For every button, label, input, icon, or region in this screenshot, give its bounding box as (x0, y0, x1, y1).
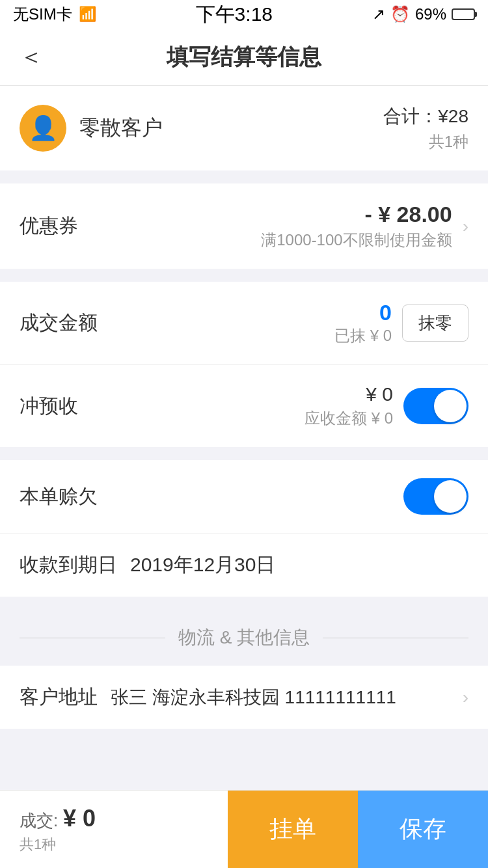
nav-bar: ＜ 填写结算等信息 (0, 29, 488, 86)
bottom-info: 成交: ¥ 0 共1种 (0, 805, 228, 854)
bottom-bar: 成交: ¥ 0 共1种 挂单 保存 (0, 790, 488, 868)
customer-name: 零散客户 (79, 114, 163, 142)
status-time: 下午3:18 (196, 1, 273, 28)
customer-row: 👤 零散客户 合计：¥28 共1种 (0, 86, 488, 170)
coupon-amount-col: - ¥ 28.00 满1000-100不限制使用金额 (261, 202, 452, 251)
credit-row: 本单赊欠 (0, 460, 488, 534)
prepay-main-value: ¥ 0 (305, 383, 393, 405)
total-count: 共1种 (383, 131, 468, 152)
battery-percent: 69% (415, 5, 446, 23)
transaction-amount-col: 已抹 ¥ 0 (334, 300, 392, 346)
address-row[interactable]: 客户地址 张三 海淀永丰科技园 11111111111 › (0, 666, 488, 729)
address-value: 张三 海淀永丰科技园 11111111111 (111, 685, 463, 710)
prepayment-label: 冲预收 (20, 393, 78, 420)
alarm-icon: ⏰ (390, 5, 410, 23)
pending-button[interactable]: 挂单 (228, 791, 358, 869)
due-date-label: 收款到期日 (20, 552, 117, 578)
logistics-section: 物流 & 其他信息 (0, 610, 488, 666)
location-icon: ↗ (372, 5, 385, 23)
address-chevron-icon: › (463, 687, 468, 708)
prepay-sub-value: 应收金额 ¥ 0 (305, 408, 393, 429)
save-button[interactable]: 保存 (358, 791, 488, 869)
customer-avatar: 👤 (20, 105, 66, 152)
credit-toggle[interactable] (403, 478, 468, 515)
network-label: 无SIM卡 (13, 4, 72, 25)
status-left: 无SIM卡 📶 (13, 4, 96, 25)
chevron-right-icon: › (463, 216, 468, 237)
due-date-value: 2019年12月30日 (130, 552, 275, 578)
credit-right (403, 478, 468, 515)
toggle-knob (434, 390, 467, 422)
prepayment-row: 冲预收 ¥ 0 应收金额 ¥ 0 (0, 365, 488, 447)
logistics-divider-right (323, 638, 468, 638)
battery-bar (452, 8, 475, 20)
transaction-right: 已抹 ¥ 0 抹零 (334, 300, 468, 346)
wifi-icon: 📶 (79, 6, 96, 23)
coupon-right: - ¥ 28.00 满1000-100不限制使用金额 › (261, 202, 468, 251)
bottom-deal-label: 成交: (20, 811, 58, 830)
coupon-label: 优惠券 (20, 213, 78, 239)
logistics-title: 物流 & 其他信息 (165, 625, 323, 650)
bottom-amount: ¥ 0 (63, 805, 96, 832)
round-off-button[interactable]: 抹零 (402, 305, 468, 342)
already-rounded-label: 已抹 ¥ 0 (334, 325, 392, 346)
coupon-row[interactable]: 优惠券 - ¥ 28.00 满1000-100不限制使用金额 › (0, 183, 488, 269)
coupon-desc: 满1000-100不限制使用金额 (261, 230, 452, 251)
customer-card: 👤 零散客户 合计：¥28 共1种 (0, 86, 488, 170)
address-label: 客户地址 (20, 684, 98, 711)
avatar-icon: 👤 (29, 115, 58, 142)
content: 👤 零散客户 合计：¥28 共1种 优惠券 - ¥ 28.00 满1000-10… (0, 86, 488, 826)
prepayment-right: ¥ 0 应收金额 ¥ 0 (305, 383, 468, 429)
transaction-row: 成交金额 已抹 ¥ 0 抹零 (0, 282, 488, 365)
transaction-card: 成交金额 已抹 ¥ 0 抹零 冲预收 ¥ 0 应收金额 ¥ 0 (0, 282, 488, 447)
transaction-label: 成交金额 (20, 310, 98, 336)
prepay-values: ¥ 0 应收金额 ¥ 0 (305, 383, 393, 429)
customer-left: 👤 零散客户 (20, 105, 163, 152)
status-bar: 无SIM卡 📶 下午3:18 ↗ ⏰ 69% (0, 0, 488, 29)
credit-label: 本单赊欠 (20, 483, 98, 510)
logistics-divider-left (20, 638, 165, 638)
transaction-amount-input[interactable] (340, 300, 392, 325)
total-label: 合计：¥28 (383, 104, 468, 129)
back-button[interactable]: ＜ (20, 41, 43, 73)
page-title: 填写结算等信息 (167, 42, 321, 72)
prepayment-toggle[interactable] (403, 388, 468, 424)
due-date-row[interactable]: 收款到期日 2019年12月30日 (0, 534, 488, 597)
credit-toggle-knob (434, 480, 467, 513)
bottom-deal-row: 成交: ¥ 0 (20, 805, 208, 832)
address-card: 客户地址 张三 海淀永丰科技园 11111111111 › (0, 666, 488, 729)
bottom-count: 共1种 (20, 835, 208, 854)
customer-right: 合计：¥28 共1种 (383, 104, 468, 152)
status-right: ↗ ⏰ 69% (372, 5, 475, 23)
credit-card: 本单赊欠 收款到期日 2019年12月30日 (0, 460, 488, 597)
coupon-amount: - ¥ 28.00 (364, 202, 452, 227)
